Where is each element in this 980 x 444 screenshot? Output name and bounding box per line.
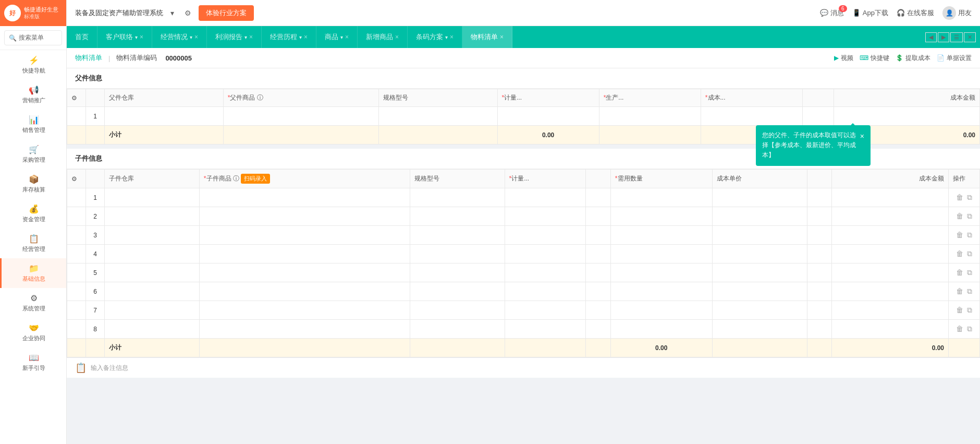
child-col-price-spacer <box>807 170 832 188</box>
tab-next-button[interactable]: ▶ <box>938 32 949 42</box>
sidebar-item-basicinfo[interactable]: 📁 基础信息 <box>0 258 66 288</box>
child-r2-product[interactable] <box>199 207 410 226</box>
child-r6-copy[interactable]: ⧉ <box>967 287 972 295</box>
parent-subtotal-c3 <box>599 126 701 145</box>
parent-col-unit: *计量... <box>497 89 599 107</box>
dropdown-arrow-button[interactable]: ▾ <box>167 7 177 19</box>
tab-bom-close[interactable]: × <box>500 33 504 41</box>
parent-subtotal-label: 小计 <box>105 126 224 145</box>
child-r3-delete[interactable]: 🗑 <box>956 231 963 239</box>
child-row-5: 5 🗑 ⧉ <box>67 263 980 282</box>
child-r4-delete[interactable]: 🗑 <box>956 249 963 258</box>
tab-newprod-close[interactable]: × <box>395 33 399 41</box>
sidebar-item-system[interactable]: ⚙ 系统管理 <box>0 288 66 318</box>
app-download-button[interactable]: 📱 App下载 <box>852 8 888 18</box>
sidebar-item-operations[interactable]: 📋 经营管理 <box>0 229 66 258</box>
tab-new-product[interactable]: 新增商品 × <box>358 26 408 48</box>
child-r2-unit[interactable] <box>505 207 586 226</box>
content-area: 物料清单 | 物料清单编码 0000005 ▶ 视频 ⌨ 快捷键 💲 <box>67 48 980 444</box>
child-col-spacer <box>586 170 611 188</box>
user-menu-button[interactable]: 👤 用友 <box>942 6 972 20</box>
child-r3-warehouse[interactable] <box>105 226 200 245</box>
child-r4-copy[interactable]: ⧉ <box>967 249 972 258</box>
child-col-settings[interactable]: ⚙ <box>67 170 86 188</box>
tab-close-all-button[interactable]: ✕ <box>964 32 976 42</box>
tab-product[interactable]: 商品 ▾ × <box>316 26 358 48</box>
child-r1-copy[interactable]: ⧉ <box>967 193 972 201</box>
child-row-2: 2 🗑 ⧉ <box>67 207 980 226</box>
tab-customer[interactable]: 客户联络 ▾ × <box>97 26 152 48</box>
tooltip-close-button[interactable]: × <box>860 130 864 142</box>
parent-row1-num: 1 <box>86 107 105 126</box>
tab-bom[interactable]: 物料清单 × <box>462 26 512 48</box>
tab-history[interactable]: 经营历程 ▾ × <box>262 26 316 48</box>
search-menu-button[interactable]: 🔍 搜索菜单 <box>4 30 62 45</box>
scan-input-button[interactable]: 扫码录入 <box>241 174 270 184</box>
tab-prod-close[interactable]: × <box>345 33 349 41</box>
child-r7-delete[interactable]: 🗑 <box>956 306 963 314</box>
child-r1-unit[interactable] <box>505 188 586 207</box>
action-video[interactable]: ▶ 视频 <box>834 54 853 63</box>
action-cost[interactable]: 💲 提取成本 <box>896 54 930 63</box>
parent-col-settings[interactable]: ⚙ <box>67 89 86 107</box>
parent-row1-produce[interactable] <box>599 107 701 126</box>
sidebar-item-quicknav[interactable]: ⚡ 快捷导航 <box>0 50 66 80</box>
parent-row1-cost[interactable] <box>701 107 802 126</box>
doc-settings-icon: 📄 <box>937 54 945 62</box>
child-r1-spec[interactable] <box>410 188 505 207</box>
child-r6-delete[interactable]: 🗑 <box>956 287 963 295</box>
parent-row1-spec[interactable] <box>378 107 497 126</box>
tab-prev-button[interactable]: ◀ <box>925 32 937 42</box>
child-r2-price[interactable] <box>712 207 807 226</box>
child-r3-product[interactable] <box>199 226 410 245</box>
operations-icon: 📋 <box>29 234 39 244</box>
sidebar-item-sales[interactable]: 📊 销售管理 <box>0 110 66 139</box>
action-settings[interactable]: 📄 单据设置 <box>937 54 972 63</box>
parent-row1-unit[interactable] <box>497 107 599 126</box>
child-r1-qty[interactable] <box>610 188 712 207</box>
tab-barcode[interactable]: 条码方案 ▾ × <box>408 26 462 48</box>
tab-ops-close[interactable]: × <box>194 33 198 41</box>
sidebar-item-inventory[interactable]: 📦 库存核算 <box>0 169 66 199</box>
tab-menu-button[interactable]: ☰ <box>950 32 963 42</box>
child-r3-copy[interactable]: ⧉ <box>967 231 972 239</box>
child-r5-delete[interactable]: 🗑 <box>956 268 963 277</box>
child-r2-qty[interactable] <box>610 207 712 226</box>
online-service-button[interactable]: 🎧 在线客服 <box>897 8 934 18</box>
child-r5-copy[interactable]: ⧉ <box>967 268 972 277</box>
child-r1-price[interactable] <box>712 188 807 207</box>
child-r7-copy[interactable]: ⧉ <box>967 306 972 314</box>
child-table: ⚙ 子件仓库 *子件商品 ⓘ 扫码录入 规格型号 *计量... *需用数量 <box>67 169 980 357</box>
child-r2-spec[interactable] <box>410 207 505 226</box>
child-section: 子件信息 ⚙ 子件仓库 *子件商品 ⓘ 扫码录入 规格型号 *计量. <box>67 149 980 357</box>
sidebar-item-purchase[interactable]: 🛒 采购管理 <box>0 139 66 169</box>
tab-hist-close[interactable]: × <box>304 33 308 41</box>
tab-profit-close[interactable]: × <box>249 33 253 41</box>
message-button[interactable]: 💬 消息 6 <box>820 8 844 18</box>
tab-operations[interactable]: 经营情况 ▾ × <box>152 26 207 48</box>
tab-home[interactable]: 首页 <box>67 26 97 48</box>
parent-subtotal-qty: 0.00 <box>497 126 599 145</box>
sidebar-item-cooperation[interactable]: 🤝 企业协同 <box>0 318 66 347</box>
sidebar-item-marketing[interactable]: 📢 营销推广 <box>0 80 66 110</box>
child-r1-delete[interactable]: 🗑 <box>956 193 963 201</box>
child-r2-delete[interactable]: 🗑 <box>956 212 963 220</box>
action-shortcut[interactable]: ⌨ 快捷键 <box>860 54 889 63</box>
child-r8-delete[interactable]: 🗑 <box>956 325 963 333</box>
tab-customer-close[interactable]: × <box>140 33 143 41</box>
tooltip-text: 您的父件、子件的成本取值可以选择【参考成本、最新进价、平均成本】 <box>762 131 856 159</box>
tab-profit[interactable]: 利润报告 ▾ × <box>207 26 262 48</box>
child-r2-copy[interactable]: ⧉ <box>967 212 972 220</box>
child-r8-copy[interactable]: ⧉ <box>967 325 972 333</box>
tab-barcode-close[interactable]: × <box>450 33 454 41</box>
trial-button[interactable]: 体验行业方案 <box>199 5 254 21</box>
sidebar-item-finance[interactable]: 💰 资金管理 <box>0 199 66 229</box>
child-col-actions: 操作 <box>949 170 980 188</box>
parent-row1-warehouse[interactable] <box>105 107 224 126</box>
child-r1-warehouse[interactable] <box>105 188 200 207</box>
sidebar-item-newguide[interactable]: 📖 新手引导 <box>0 347 66 377</box>
settings-button[interactable]: ⚙ <box>181 7 194 19</box>
child-r2-warehouse[interactable] <box>105 207 200 226</box>
parent-row1-product[interactable] <box>223 107 378 126</box>
child-r1-product[interactable] <box>199 188 410 207</box>
